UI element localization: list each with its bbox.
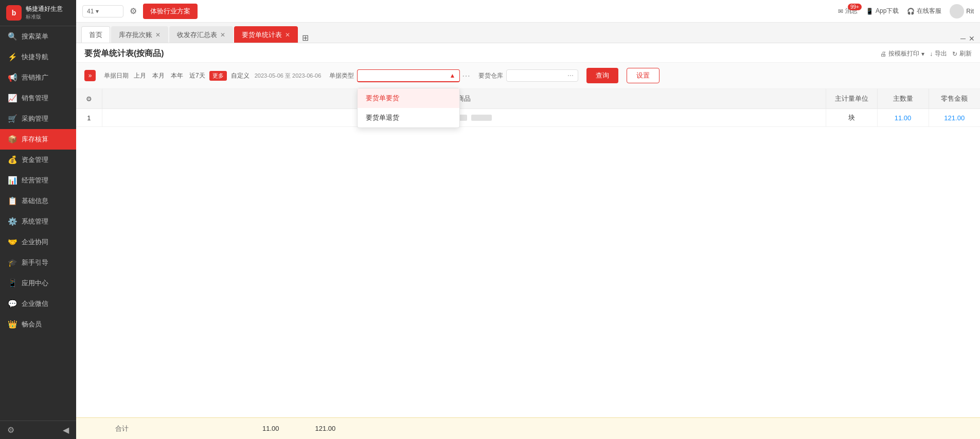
topbar-left: 41 ▾ ⚙ 体验行业方案 [82, 4, 198, 19]
tab-close-icon[interactable]: ✕ [155, 31, 161, 39]
sidebar-item-wechat[interactable]: 💬 企业微信 [0, 294, 76, 314]
sidebar-item-label: 经营管理 [22, 176, 48, 185]
sidebar-item-quicknav[interactable]: ⚡ 快捷导航 [0, 47, 76, 67]
sidebar-item-finance[interactable]: 💰 资金管理 [0, 150, 76, 170]
sidebar-item-sales[interactable]: 📈 销售管理 [0, 88, 76, 108]
product-bar2 [471, 115, 492, 121]
data-table: ⚙ 商品 主计量单位 主数量 零售金额 1 [76, 89, 980, 127]
date-shortcuts: 上月 本月 本年 近7天 更多 自定义 [132, 70, 252, 81]
table-header-row: ⚙ 商品 主计量单位 主数量 零售金额 [76, 89, 980, 109]
tab-close-icon[interactable]: ✕ [285, 31, 290, 39]
online-service-button[interactable]: 🎧 在线客服 [907, 7, 941, 15]
tab-order-stats[interactable]: 要货单统计表 ✕ [234, 26, 298, 43]
marketing-icon: 📢 [7, 72, 17, 83]
refresh-label: 刷新 [959, 49, 972, 58]
app-download-button[interactable]: 📱 App下载 [866, 7, 899, 15]
page-content: 要货单统计表(按商品) 🖨 按模板打印 ▾ ↓ 导出 ↻ 刷新 » [76, 43, 980, 439]
topbar-gear-icon[interactable]: ⚙ [128, 4, 139, 18]
sidebar-item-label: 应用中心 [22, 279, 48, 288]
th-unit: 主计量单位 [826, 89, 877, 109]
query-button[interactable]: 查询 [586, 68, 618, 83]
type-select[interactable]: ▲ [357, 69, 460, 82]
amount-link[interactable]: 121.00 [944, 114, 965, 122]
table-body: 1 块 11.00 121.00 [76, 109, 980, 127]
app-sub: 标准版 [26, 13, 63, 21]
refresh-icon: ↻ [952, 50, 957, 58]
date-range-display: 2023-05-06 至 2023-06-06 [255, 72, 322, 80]
row-product [102, 109, 826, 127]
sidebar-item-marketing[interactable]: 📢 营销推广 [0, 67, 76, 88]
basicinfo-icon: 📋 [7, 196, 17, 206]
sidebar-item-inventory[interactable]: 📦 库存核算 [0, 129, 76, 150]
print-label: 按模板打印 [888, 49, 919, 58]
sidebar-item-guide[interactable]: 🎓 新手引导 [0, 252, 76, 273]
tab-close-icon[interactable]: ✕ [220, 31, 225, 39]
sidebar: b 畅捷通好生意 标准版 🔍 搜索菜单 ⚡ 快捷导航 📢 营销推广 📈 销售管理 [0, 0, 76, 439]
table-row: 1 块 11.00 121.00 [76, 109, 980, 127]
more-icon: ⋯ [567, 72, 574, 79]
shortcut-7days[interactable]: 近7天 [187, 70, 207, 81]
shortcut-more[interactable]: 更多 [209, 71, 227, 81]
qty-link[interactable]: 11.00 [895, 114, 912, 122]
topbar-right: ✉ 消息 99+ 📱 App下载 🎧 在线客服 Rit [838, 4, 974, 19]
sidebar-item-search[interactable]: 🔍 搜索菜单 [0, 26, 76, 47]
type-select-container: ▲ ⋯ 要货单要货 要货单退货 [357, 69, 470, 82]
user-avatar-area[interactable]: Rit [950, 4, 974, 19]
tab-home[interactable]: 首页 [81, 26, 110, 43]
messages-badge: 99+ [848, 4, 862, 10]
type-more-icon[interactable]: ⋯ [462, 71, 470, 81]
page-title: 要货单统计表(按商品) [84, 48, 164, 59]
tab-batch-account[interactable]: 库存批次账 ✕ [111, 26, 168, 43]
sidebar-item-basicinfo[interactable]: 📋 基础信息 [0, 191, 76, 211]
dropdown-item-label: 要货单要货 [366, 94, 399, 103]
dropdown-item-return-goods[interactable]: 要货单退货 [358, 108, 459, 127]
th-settings[interactable]: ⚙ [76, 89, 102, 109]
shortcut-this-year[interactable]: 本年 [169, 70, 185, 81]
app-name: 畅捷通好生意 [26, 5, 63, 13]
tab-bar: 首页 库存批次账 ✕ 收发存汇总表 ✕ 要货单统计表 ✕ ⊞ ─ ✕ [76, 23, 980, 43]
filter-expand-button[interactable]: » [84, 70, 96, 81]
messages-button[interactable]: ✉ 消息 99+ [838, 7, 858, 15]
row-amount: 121.00 [929, 109, 980, 127]
sidebar-item-operations[interactable]: 📊 经营管理 [0, 170, 76, 191]
sidebar-item-purchase[interactable]: 🛒 采购管理 [0, 108, 76, 129]
app-download-label: App下载 [876, 7, 899, 15]
search-icon: 🔍 [7, 31, 17, 42]
window-minimize-icon[interactable]: ─ [960, 34, 966, 43]
sidebar-item-system[interactable]: ⚙️ 系统管理 [0, 211, 76, 232]
headset-icon: 🎧 [907, 8, 915, 15]
tab-expand-icon[interactable]: ⊞ [299, 33, 312, 43]
warehouse-filter-group: 要货仓库 ⋯ [478, 69, 578, 82]
sidebar-collapse-icon[interactable]: ◀ [63, 425, 69, 435]
sidebar-item-label: 企业微信 [22, 299, 48, 308]
filter-bar: » 单据日期 上月 本月 本年 近7天 更多 自定义 2023-05-06 至 … [76, 63, 980, 89]
footer-qty: 11.00 [262, 425, 279, 432]
sidebar-settings-icon[interactable]: ⚙ [7, 425, 14, 435]
row-unit: 块 [826, 109, 877, 127]
shortcut-custom[interactable]: 自定义 [229, 70, 252, 81]
industry-trial-button[interactable]: 体验行业方案 [143, 4, 198, 19]
filter-settings-button[interactable]: 设置 [627, 68, 660, 83]
logo-letter: b [12, 9, 16, 17]
print-icon: 🖨 [880, 50, 886, 58]
purchase-icon: 🛒 [7, 114, 17, 124]
sidebar-item-member[interactable]: 👑 畅会员 [0, 314, 76, 335]
tab-summary[interactable]: 收发存汇总表 ✕ [169, 26, 233, 43]
sidebar-item-label: 营销推广 [22, 73, 48, 82]
shortcut-this-month[interactable]: 本月 [150, 70, 167, 81]
sidebar-item-label: 基础信息 [22, 196, 48, 206]
dropdown-item-order-goods[interactable]: 要货单要货 [358, 88, 459, 108]
sidebar-item-enterprise[interactable]: 🤝 企业协同 [0, 232, 76, 252]
export-button[interactable]: ↓ 导出 [930, 49, 947, 58]
sidebar-logo: b 畅捷通好生意 标准版 [0, 0, 76, 26]
finance-icon: 💰 [7, 155, 17, 165]
shortcut-last-month[interactable]: 上月 [132, 70, 148, 81]
tenant-dropdown[interactable]: 41 ▾ [82, 5, 123, 17]
sidebar-nav: 🔍 搜索菜单 ⚡ 快捷导航 📢 营销推广 📈 销售管理 🛒 采购管理 📦 库存核… [0, 26, 76, 420]
print-button[interactable]: 🖨 按模板打印 ▾ [880, 49, 924, 58]
th-qty: 主数量 [877, 89, 929, 109]
warehouse-select[interactable]: ⋯ [506, 69, 578, 82]
sidebar-item-appcenter[interactable]: 📱 应用中心 [0, 273, 76, 294]
refresh-button[interactable]: ↻ 刷新 [952, 49, 972, 58]
window-close-icon[interactable]: ✕ [969, 34, 975, 43]
